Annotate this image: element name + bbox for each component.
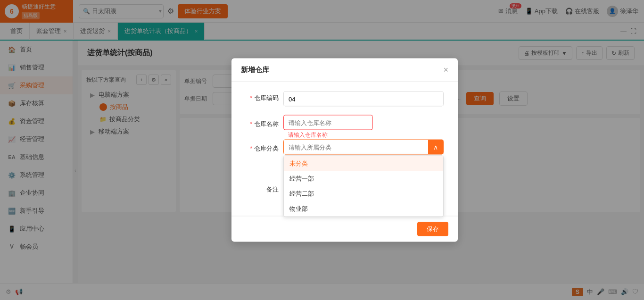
- code-label: 仓库编码: [246, 92, 283, 102]
- category-label: 仓库分类: [246, 142, 283, 152]
- dropdown-item-property[interactable]: 物业部: [284, 201, 443, 217]
- modal-footer: 保存: [231, 216, 458, 242]
- category-input[interactable]: [284, 141, 428, 153]
- name-error-message: 请输入仓库名称: [288, 131, 328, 139]
- category-dropdown: 未分类 经营一部 经营二部 物业部: [283, 156, 444, 217]
- category-toggle-button[interactable]: ∧: [428, 140, 443, 155]
- form-row-category: 仓库分类 ∧ 未分类 经营一部 经营二部 物业部: [246, 140, 444, 155]
- add-warehouse-modal: 新增仓库 × 仓库编码 仓库名称 请输入仓库名称 仓库分类 ∧: [231, 58, 458, 242]
- modal-body: 仓库编码 仓库名称 请输入仓库名称 仓库分类 ∧ 未分类: [231, 82, 458, 216]
- category-input-container: ∧: [283, 140, 444, 155]
- code-input[interactable]: [283, 92, 444, 107]
- name-input[interactable]: [283, 115, 373, 130]
- modal-header: 新增仓库 ×: [231, 58, 458, 82]
- category-input-wrapper: ∧ 未分类 经营一部 经营二部 物业部: [283, 140, 444, 155]
- form-row-name: 仓库名称 请输入仓库名称: [246, 115, 444, 131]
- name-label: 仓库名称: [246, 117, 283, 128]
- dropdown-item-ops1[interactable]: 经营一部: [284, 171, 443, 186]
- modal-close-button[interactable]: ×: [443, 65, 448, 75]
- save-button[interactable]: 保存: [417, 222, 448, 236]
- dropdown-item-ops2[interactable]: 经营二部: [284, 186, 443, 201]
- dropdown-item-unclassified[interactable]: 未分类: [284, 156, 443, 171]
- modal-title: 新增仓库: [241, 66, 269, 75]
- form-row-code: 仓库编码: [246, 92, 444, 107]
- note-label: 备注: [246, 183, 283, 194]
